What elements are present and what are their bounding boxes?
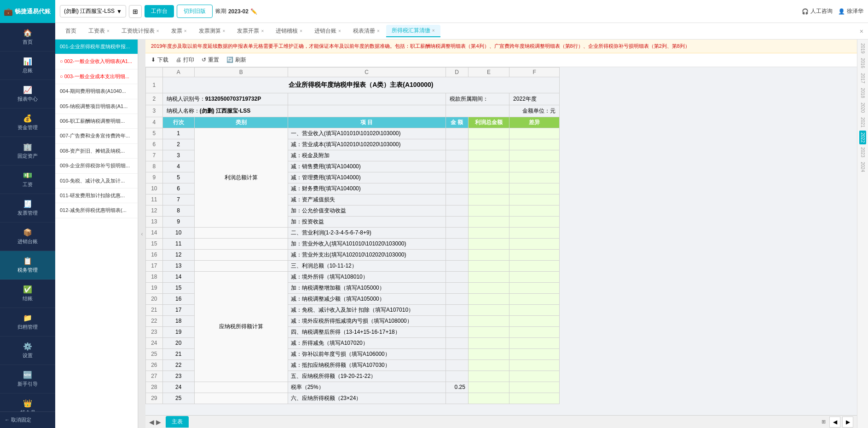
sidebar-item-label: 资金管理 (17, 124, 38, 131)
table-row: 29 25 六、应纳所得税额（23×24） (146, 393, 560, 404)
sidebar-item-guide[interactable]: 🆕 新手引导 (0, 365, 55, 394)
tab-close-icon[interactable]: × (223, 29, 226, 34)
sidebar-item-tax[interactable]: 📋 税务管理 (0, 251, 55, 280)
sidebar-item-home[interactable]: 🏠 首页 (0, 23, 55, 51)
app-logo: 💼 畅捷通易代账 (0, 0, 55, 23)
sidebar-item-report[interactable]: 📈 报表中心 (0, 80, 55, 108)
year-item-2017[interactable]: 2017 (859, 71, 866, 85)
settings-icon-btn[interactable]: ⊞ (129, 5, 142, 18)
print-icon: 🖨 (176, 57, 181, 63)
download-button[interactable]: ⬇ 下载 (151, 56, 168, 64)
left-panel-item-009[interactable]: 009-企业所得税弥补亏损明细... (55, 159, 138, 173)
sheet-next-btn[interactable]: ▶ (156, 418, 161, 426)
content-area: 001-企业所得税年度纳税申报... ○ 002-一般企业收入明细表(A1...… (55, 40, 868, 428)
tab-income-tax[interactable]: 所得税汇算清缴 × (386, 25, 440, 37)
empty-cell (288, 105, 446, 117)
col-xiangmu-header: 项 目 (288, 117, 446, 128)
sidebar-item-invoice[interactable]: 🧾 发票管理 (0, 194, 55, 223)
left-panel-item-001[interactable]: 001-企业所得税年度纳税申报... (55, 40, 138, 54)
left-panel-item-006[interactable]: 006-职工薪酬纳税调整明细... (55, 114, 138, 129)
sheet-nav: ◀ ▶ (149, 418, 161, 426)
year-item-2019[interactable]: 2019 (859, 41, 866, 55)
left-panel-item-010[interactable]: 010-免税、减计收入及加计... (55, 174, 138, 188)
company-selector[interactable]: (勿删) 江西服宝-LSS ▼ (60, 5, 126, 17)
warning-bar: 2019年度步及取以前年度延续数据的申报表单元格需要手工维护正确，才能保证本年及… (145, 40, 857, 53)
left-panel-item-012[interactable]: 012-减免所得税优惠明细表(... (55, 203, 138, 218)
left-panel-item-007[interactable]: 007-广告费和业务宣传费跨年... (55, 129, 138, 143)
tab-invoice-calc[interactable]: 发票测算 × (193, 25, 231, 37)
year-item-2022[interactable]: 2022 (859, 131, 866, 144)
sidebar-item-archive[interactable]: 📁 归档管理 (0, 308, 55, 337)
tab-salary-stat[interactable]: 工资统计报表 × (116, 25, 165, 37)
tab-sales-check[interactable]: 进销稽核 × (270, 25, 308, 37)
left-panel: 001-企业所得税年度纳税申报... ○ 002-一般企业收入明细表(A1...… (55, 40, 138, 428)
left-panel-item-011[interactable]: 011-研发费用加计扣除优惠... (55, 188, 138, 203)
tab-close-all-icon[interactable]: × (860, 28, 863, 35)
tab-close-icon[interactable]: × (107, 29, 110, 34)
year-item-2016[interactable]: 2016 (859, 56, 866, 70)
tab-home[interactable]: 首页 (60, 25, 82, 37)
left-panel-item-003[interactable]: ○ 003-一般企业成本支出明细... (55, 69, 138, 84)
tab-close-icon[interactable]: × (184, 29, 187, 34)
spreadsheet-container[interactable]: A B C D E F 1 企业所得税年度纳税申 (145, 67, 857, 416)
edit-date-icon[interactable]: ✏️ (250, 8, 257, 15)
print-button[interactable]: 🖨 打印 (176, 56, 194, 64)
sidebar-item-assets[interactable]: 🏢 固定资产 (0, 137, 55, 165)
page-prev-btn[interactable]: ◀ (829, 417, 840, 428)
ai-consult-button[interactable]: 🎧 人工咨询 (802, 7, 833, 15)
year-item-2023[interactable]: 2023 (859, 145, 866, 159)
empty-cell (446, 105, 509, 117)
report-icon: 📈 (23, 86, 32, 94)
tab-sales-ledger[interactable]: 进销台账 × (309, 25, 347, 37)
refresh-button[interactable]: 🔄 刷新 (226, 56, 246, 64)
workbench-button[interactable]: 工作台 (145, 5, 174, 17)
left-panel-item-005[interactable]: 005-纳税调整项目明细表(A1... (55, 99, 138, 114)
tab-close-icon[interactable]: × (261, 29, 264, 34)
tab-tax-clear[interactable]: 税表清册 × (347, 25, 385, 37)
left-panel-item-004[interactable]: 004-期间费用明细表(A1040... (55, 84, 138, 99)
sidebar-item-settle[interactable]: ✅ 结账 (0, 280, 55, 308)
sidebar-item-member[interactable]: 👑 畅会员 (0, 394, 55, 411)
year-item-2024[interactable]: 2024 (859, 160, 866, 174)
col-b-header: B (194, 67, 288, 77)
sidebar-item-label: 设置 (23, 352, 33, 359)
topbar: (勿删) 江西服宝-LSS ▼ ⊞ 工作台 切到旧版 账期 2023-02 ✏️… (55, 0, 868, 23)
tab-invoice[interactable]: 发票 × (166, 25, 192, 37)
tab-close-icon[interactable]: × (300, 29, 302, 34)
sheet-tab-main[interactable]: 主表 (166, 416, 189, 428)
tax-year-cell: 2022年度 (509, 93, 560, 105)
tab-invoice-open[interactable]: 发票开票 × (231, 25, 269, 37)
company-name-cell: 纳税人名称：(勿删) 江西服宝-LSS (162, 105, 288, 117)
tab-close-icon[interactable]: × (156, 29, 159, 34)
switch-old-button[interactable]: 切到旧版 (177, 5, 213, 18)
sidebar-item-label: 新手引导 (17, 381, 38, 388)
user-profile-button[interactable]: 👤 徐泽华 (838, 7, 863, 15)
assets-icon: 🏢 (23, 143, 32, 151)
tab-close-icon[interactable]: × (338, 29, 341, 34)
page-next-btn[interactable]: ▶ (842, 417, 853, 428)
purchase-icon: 📦 (23, 228, 32, 237)
sidebar-item-fund[interactable]: 💰 资金管理 (0, 108, 55, 137)
year-item-2020[interactable]: 2020 (859, 101, 866, 114)
sheet-prev-btn[interactable]: ◀ (149, 418, 154, 426)
year-item-2021[interactable]: 2021 (859, 115, 866, 129)
panel-toggle-button[interactable]: ‹ (138, 40, 145, 428)
left-panel-item-002[interactable]: ○ 002-一般企业收入明细表(A1... (55, 54, 138, 69)
col-c-header: C (288, 67, 446, 77)
year-item-2018[interactable]: 2018 (859, 86, 866, 100)
table-title-cell: 企业所得税年度纳税申报表（A类）主表(A100000) (162, 77, 559, 93)
tab-close-icon[interactable]: × (432, 28, 435, 33)
left-panel-item-008[interactable]: 008-资产折旧、摊销及纳税... (55, 144, 138, 159)
col-xuhao-header: 行次 (162, 117, 194, 128)
col-leibie-header: 类别 (194, 117, 288, 128)
sidebar-item-label: 进销台账 (17, 238, 38, 245)
reset-button[interactable]: ↺ 重置 (202, 56, 219, 64)
sidebar-item-salary[interactable]: 💵 工资 (0, 165, 55, 194)
guide-icon: 🆕 (23, 371, 32, 379)
tab-salary-table[interactable]: 工资表 × (83, 25, 115, 37)
sidebar-item-settings[interactable]: ⚙️ 设置 (0, 337, 55, 365)
sidebar-unpin-button[interactable]: ← 取消固定 (0, 411, 55, 428)
sidebar-item-ledger[interactable]: 📊 总账 (0, 51, 55, 80)
tab-close-icon[interactable]: × (377, 29, 380, 34)
sidebar-item-purchase[interactable]: 📦 进销台账 (0, 223, 55, 251)
